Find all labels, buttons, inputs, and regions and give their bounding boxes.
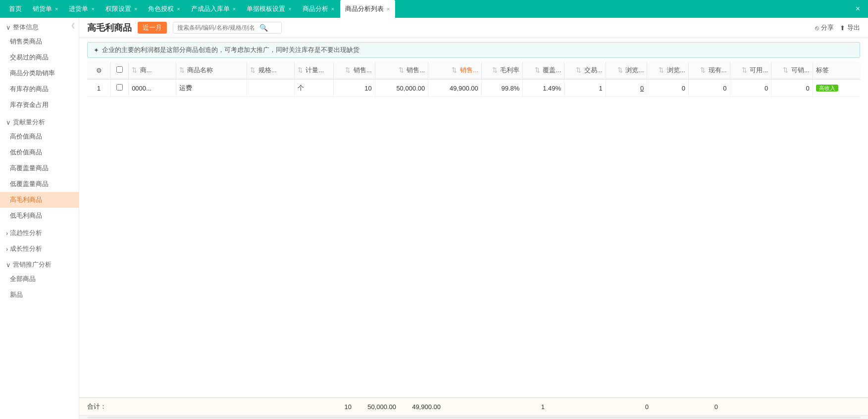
cell-code: 0000...: [129, 79, 176, 97]
sidebar-item-new-goods[interactable]: 新品: [0, 287, 79, 303]
sidebar: 《 ∨ 整体信息 销售类商品 交易过的商品 商品分类助销率 有库存的商品 库存资…: [0, 18, 79, 419]
footer-spacer2: [444, 403, 513, 411]
cell-sales-amt: 50,000.00: [375, 79, 428, 97]
sidebar-group-overall[interactable]: ∨ 整体信息: [0, 18, 79, 34]
col-header-gross-rate[interactable]: ⇅ 毛利率: [481, 62, 523, 79]
cell-browse2: 0: [647, 79, 689, 97]
col-header-trade[interactable]: ⇅ 交易...: [564, 62, 606, 79]
tab-close-icon[interactable]: ×: [91, 6, 94, 12]
content-header: 高毛利商品 近一月 🔍 ⎋ 分享 ⬆ 导出: [79, 18, 868, 38]
col-header-sales-qty[interactable]: ⇅ 销售...: [334, 62, 375, 79]
info-banner: ✦ 企业的主要的利润都是这部分商品创造的，可考虑加大推广，同时关注库存是不要出现…: [87, 42, 860, 58]
cell-browse1: 0: [606, 79, 647, 97]
tab-product-analysis[interactable]: 商品分析 ×: [298, 0, 339, 18]
main-layout: 《 ∨ 整体信息 销售类商品 交易过的商品 商品分类助销率 有库存的商品 库存资…: [0, 18, 868, 419]
sidebar-group-trend[interactable]: › 流趋性分析: [0, 224, 79, 239]
col-header-browse1[interactable]: ⇅ 浏览...: [606, 62, 647, 79]
sidebar-group-marketing[interactable]: ∨ 营销推广分析: [0, 255, 79, 271]
sidebar-collapse-button[interactable]: 《: [68, 22, 75, 31]
col-header-name[interactable]: ⇅ 商品名称: [176, 62, 247, 79]
col-header-spec[interactable]: ⇅ 规格...: [247, 62, 295, 79]
tab-close-icon[interactable]: ×: [233, 6, 236, 12]
content-area: 高毛利商品 近一月 🔍 ⎋ 分享 ⬆ 导出 ✦ 企业的主要的利润都是这部分商品创…: [79, 18, 868, 419]
cell-trade: 1: [564, 79, 606, 97]
tab-permission-settings[interactable]: 权限设置 ×: [101, 0, 142, 18]
tab-product-analysis-list[interactable]: 商品分析列表 ×: [340, 0, 395, 18]
tab-close-icon[interactable]: ×: [134, 6, 137, 12]
tab-close-icon[interactable]: ×: [288, 6, 291, 12]
footer-trade: 1: [513, 403, 548, 411]
tab-close-icon[interactable]: ×: [55, 6, 58, 12]
sidebar-item-stock-goods[interactable]: 有库存的商品: [0, 81, 79, 97]
browse-link[interactable]: 0: [640, 85, 644, 92]
share-button[interactable]: ⎋ 分享: [815, 23, 834, 32]
cell-stock2: 0: [730, 79, 771, 97]
scrollbar-track[interactable]: [87, 417, 860, 419]
sidebar-item-sales-goods[interactable]: 销售类商品: [0, 34, 79, 49]
tab-product-warehouse[interactable]: 产成品入库单 ×: [186, 0, 241, 18]
col-header-unit[interactable]: ⇅ 计量...: [294, 62, 333, 79]
sidebar-group-contribution[interactable]: ∨ 贡献量分析: [0, 113, 79, 129]
footer-sales-cost: 49,900.00: [399, 403, 444, 411]
tab-close-icon[interactable]: ×: [387, 6, 390, 12]
col-header-tag[interactable]: 标签: [813, 62, 860, 79]
tag-badge: 高收入: [816, 85, 838, 92]
tab-template-settings[interactable]: 单据模板设置 ×: [242, 0, 296, 18]
export-icon: ⬆: [840, 24, 845, 32]
sidebar-item-all-goods[interactable]: 全部商品: [0, 271, 79, 287]
sidebar-item-high-margin[interactable]: 高毛利商品: [0, 192, 79, 208]
col-header-code[interactable]: ⇅ 商...: [129, 62, 176, 79]
bottom-scrollbar[interactable]: [79, 415, 868, 419]
col-header-num: ⚙: [87, 62, 111, 79]
tab-home[interactable]: 首页: [4, 0, 27, 18]
product-table: ⚙ ⇅ 商... ⇅ 商品名称: [87, 62, 860, 97]
search-icon[interactable]: 🔍: [259, 24, 268, 32]
export-button[interactable]: ⬆ 导出: [840, 23, 860, 32]
select-all-checkbox[interactable]: [116, 66, 123, 73]
col-header-sales-amt[interactable]: ⇅ 销售...: [375, 62, 428, 79]
cell-tag: 高收入: [813, 79, 860, 97]
tab-purchase-order[interactable]: 进货单 ×: [64, 0, 99, 18]
sidebar-item-low-margin[interactable]: 低毛利商品: [0, 208, 79, 224]
share-icon: ⎋: [815, 24, 819, 32]
footer-sale-able: 0: [686, 403, 721, 411]
sidebar-item-low-value[interactable]: 低价值商品: [0, 144, 79, 160]
search-box: 🔍: [173, 22, 282, 34]
col-header-cover[interactable]: ⇅ 覆盖...: [523, 62, 564, 79]
filter-period-button[interactable]: 近一月: [138, 22, 167, 34]
cell-check[interactable]: [111, 79, 129, 97]
sidebar-item-traded-goods[interactable]: 交易过的商品: [0, 49, 79, 65]
search-input[interactable]: [177, 24, 256, 31]
close-all-tabs-button[interactable]: ×: [852, 2, 864, 15]
footer-sales-qty: 10: [320, 403, 355, 411]
cell-sale-able: 0: [771, 79, 813, 97]
col-header-sales-cost[interactable]: ⇅ 销售...: [428, 62, 482, 79]
cell-sales-cost: 49,900.00: [428, 79, 482, 97]
cell-num: 1: [87, 79, 111, 97]
footer-label: 合计：: [87, 402, 166, 411]
sidebar-item-high-coverage[interactable]: 高覆盖量商品: [0, 160, 79, 176]
table-row: 1 0000... 运费: [87, 79, 860, 97]
col-header-browse2[interactable]: ⇅ 浏览...: [647, 62, 689, 79]
page-title: 高毛利商品: [87, 22, 132, 34]
tab-close-icon[interactable]: ×: [177, 6, 180, 12]
tab-role-auth[interactable]: 角色授权 ×: [143, 0, 185, 18]
footer-cells: 10 50,000.00 49,900.00 1 0 0: [166, 403, 860, 411]
sidebar-item-high-value[interactable]: 高价值商品: [0, 129, 79, 144]
settings-icon[interactable]: ⚙: [96, 67, 102, 74]
header-actions: ⎋ 分享 ⬆ 导出: [815, 23, 860, 32]
col-header-stock2[interactable]: ⇅ 可用...: [730, 62, 771, 79]
tab-close-icon[interactable]: ×: [331, 6, 334, 12]
sidebar-item-low-coverage[interactable]: 低覆盖量商品: [0, 176, 79, 192]
tab-sales-order[interactable]: 销货单 ×: [28, 0, 63, 18]
sidebar-group-growth[interactable]: › 成长性分析: [0, 239, 79, 255]
col-header-sale-able[interactable]: ⇅ 可销...: [771, 62, 813, 79]
row-checkbox[interactable]: [116, 84, 123, 91]
col-header-stock1[interactable]: ⇅ 现有...: [688, 62, 730, 79]
footer-spacer1: [166, 403, 320, 411]
cell-gross-rate: 99.8%: [481, 79, 523, 97]
table-wrapper[interactable]: ⚙ ⇅ 商... ⇅ 商品名称: [79, 62, 868, 397]
sidebar-item-category-rate[interactable]: 商品分类助销率: [0, 65, 79, 81]
sidebar-item-stock-capital[interactable]: 库存资金占用: [0, 97, 79, 113]
cell-name: 运费: [176, 79, 247, 97]
